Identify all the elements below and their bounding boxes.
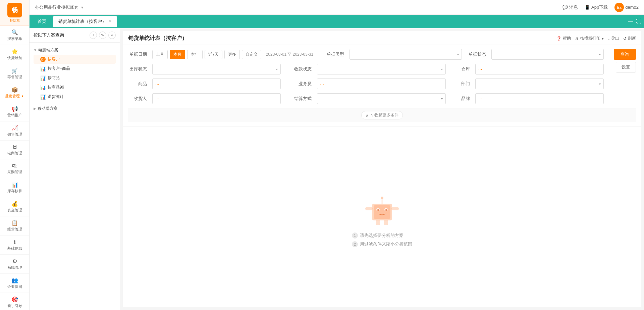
message-btn[interactable]: 💬 消息 [562, 4, 578, 10]
sidebar-item-ecommerce[interactable]: 🖥 电商管理 [0, 141, 29, 159]
ship-select[interactable]: ▾ [152, 64, 281, 74]
tab-maximize-btn[interactable]: ⛶ [636, 18, 641, 24]
sales-icon: 📈 [11, 125, 18, 131]
date-btn-more[interactable]: 更多 [224, 50, 240, 59]
mobile-group-label[interactable]: ▶ 移动端方案 [34, 104, 116, 113]
customer-active-icon: 按 [40, 57, 46, 62]
refresh-icon: ↺ [623, 36, 627, 41]
collapse-panel-btn[interactable]: « [108, 32, 116, 39]
collab-icon: 👥 [11, 277, 18, 283]
top-header: 办公用品行业模拟账套 ▾ 💬 消息 📱 App下载 Ea demo2 [30, 0, 644, 15]
dept-select[interactable]: ▾ [475, 79, 604, 89]
tree-item-customer[interactable]: 按 按客户 [34, 55, 116, 64]
date-label: 单据日期 [128, 51, 147, 57]
sidebar-item-system[interactable]: ⚙ 系统管理 [0, 255, 29, 274]
retail-icon: 🛒 [11, 67, 18, 74]
sidebar-item-baseinfo[interactable]: ℹ 基础信息 [0, 236, 29, 255]
settle-select[interactable]: ▾ [317, 93, 445, 104]
tab-sales-stats[interactable]: 销货单统计表（按客户） ✕ [53, 16, 117, 27]
collapse-conditions-icon: ∧ [366, 113, 369, 118]
print-btn[interactable]: 🖨 按模板打印 ▾ [575, 36, 604, 41]
brand-select[interactable]: ··· [475, 93, 604, 104]
refresh-btn[interactable]: ↺ 刷新 [623, 36, 636, 41]
tree-item-return-stats[interactable]: 📊 退货统计 [34, 92, 116, 101]
filter-row-4: 收货人 ··· 结算方式 ▾ 品牌 ··· [128, 93, 604, 104]
goods-select[interactable]: ··· [152, 79, 281, 89]
goods-dots-icon: ··· [155, 81, 159, 87]
logo-area: 畅 标题栏 [0, 0, 29, 26]
date-btn-custom[interactable]: 自定义 [242, 50, 261, 59]
tab-home[interactable]: 首页 [32, 16, 52, 27]
logo-icon: 畅 [7, 3, 22, 17]
edit-scheme-btn[interactable]: ✎ [99, 32, 106, 39]
collapse-bar: ∧ ∧ 收起更多条件 [128, 108, 636, 122]
sidebar-item-inventory[interactable]: 📊 库存核算 [0, 178, 29, 197]
warehouse-select[interactable]: ··· [475, 64, 604, 74]
inventory-icon: 📊 [11, 182, 18, 188]
sidebar-item-search[interactable]: 🔍 搜索菜单 [0, 26, 29, 45]
export-btn[interactable]: ↓ 导出 [608, 36, 619, 41]
date-btn-7days[interactable]: 近7天 [205, 50, 222, 59]
status-dropdown-icon: ▾ [599, 53, 601, 56]
svg-rect-1 [374, 205, 390, 219]
help-btn[interactable]: ❓ 帮助 [556, 36, 571, 41]
filter-actions: 查询 设置 [609, 49, 636, 72]
settle-dropdown-icon: ▾ [441, 97, 443, 101]
sidebar-item-operation[interactable]: 📋 经营管理 [0, 216, 29, 236]
receiver-select[interactable]: ··· [152, 93, 281, 104]
salesman-dots-icon: ··· [320, 81, 324, 87]
desktop-group-label[interactable]: ▼ 电脑端方案 [34, 46, 116, 54]
tab-bar-right: — ⛶ [628, 18, 641, 24]
user-area[interactable]: Ea demo2 [614, 3, 639, 12]
sidebar-item-guide[interactable]: 🎯 新手引导 [0, 293, 29, 310]
mobile-arrow-icon: ▶ [34, 107, 36, 110]
collapse-more-conditions-btn[interactable]: ∧ ∧ 收起更多条件 [361, 111, 403, 119]
filter-area: 单据日期 上月 本月 本年 近7天 更多 自定义 2023-03-01 至 20… [123, 45, 641, 126]
system-icon: ⚙ [12, 258, 17, 264]
tree-item-goods99[interactable]: 📊 按商品99 [34, 83, 116, 92]
empty-illustration [362, 187, 402, 227]
date-btn-lastmonth[interactable]: 上月 [152, 50, 168, 59]
type-select[interactable]: ▾ [350, 49, 462, 60]
finance-icon: 💰 [11, 201, 18, 207]
svg-rect-10 [376, 220, 380, 225]
sidebar-item-purchase[interactable]: 🛍 采购管理 [0, 159, 29, 178]
ecommerce-icon: 🖥 [12, 144, 17, 150]
type-dropdown-icon: ▾ [457, 53, 459, 56]
header-dropdown-btn[interactable]: ▾ [81, 5, 83, 10]
ship-dropdown-icon: ▾ [276, 67, 278, 71]
status-select[interactable]: ▾ [491, 49, 604, 60]
dept-dropdown-icon: ▾ [599, 82, 601, 86]
sidebar-item-retail[interactable]: 🛒 零售管理 [0, 64, 29, 83]
print-icon: 🖨 [575, 36, 579, 41]
sidebar-item-finance[interactable]: 💰 资金管理 [0, 197, 29, 216]
right-panel: 销货单统计表（按客户） ❓ 帮助 🖨 按模板打印 ▾ ↓ 导出 [123, 31, 641, 307]
tip1-num: 1 [352, 232, 358, 239]
sidebar-item-collab[interactable]: 👥 企业协同 [0, 274, 29, 293]
left-panel-actions: + ✎ « [90, 32, 116, 39]
empty-state: 1 请先选择要分析的方案 2 用过滤条件来缩小分析范围 [123, 126, 641, 307]
baseinfo-icon: ℹ [14, 239, 16, 245]
ship-label: 出库状态 [128, 66, 147, 72]
date-btn-thismonth[interactable]: 本月 [170, 50, 185, 59]
tab-minimize-btn[interactable]: — [628, 18, 633, 24]
tree-item-goods[interactable]: 📊 按商品 [34, 73, 116, 83]
tree-item-customer-goods[interactable]: 📊 按客户+商品 [34, 64, 116, 73]
pay-select[interactable]: ▾ [317, 64, 445, 74]
query-btn[interactable]: 查询 [614, 49, 636, 60]
app-download-btn[interactable]: 📱 App下载 [585, 4, 608, 10]
sidebar-item-marketing[interactable]: 📢 营销推广 [0, 102, 29, 121]
settings-btn[interactable]: 设置 [616, 62, 636, 72]
date-btn-thisyear[interactable]: 本年 [187, 50, 203, 59]
salesman-select[interactable]: ··· [317, 79, 445, 89]
sidebar-item-sales[interactable]: 📈 销售管理 [0, 121, 29, 141]
filter-row-1: 单据日期 上月 本月 本年 近7天 更多 自定义 2023-03-01 至 20… [128, 49, 604, 60]
add-scheme-btn[interactable]: + [90, 32, 97, 39]
edit-icon: ✎ [101, 33, 104, 38]
type-label: 单据类型 [325, 51, 344, 57]
tab-close-btn[interactable]: ✕ [108, 19, 112, 24]
sidebar-item-wholesale[interactable]: 📦 批发管理 ▲ [0, 83, 29, 102]
download-icon: 📱 [585, 5, 590, 10]
warehouse-label: 仓库 [451, 66, 470, 72]
sidebar-item-quicknav[interactable]: ⭐ 快捷导航 [0, 45, 29, 64]
